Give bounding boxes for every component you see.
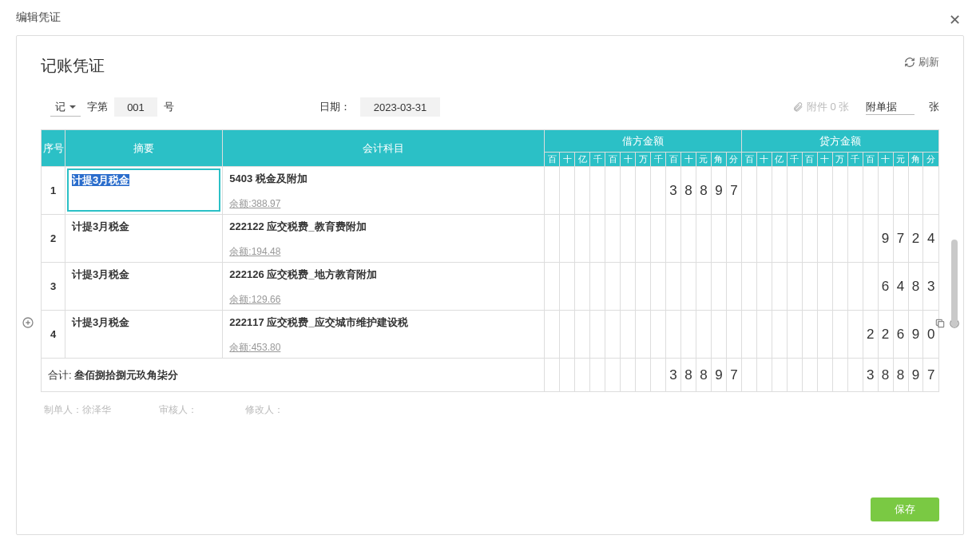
digit-cell[interactable] [742,215,757,263]
digit-cell[interactable] [787,311,802,359]
digit-cell[interactable] [802,167,817,215]
digit-cell[interactable] [832,311,847,359]
digit-cell[interactable] [772,311,787,359]
digit-cell[interactable] [621,167,636,215]
digit-cell[interactable] [605,167,621,215]
digit-cell[interactable]: 9 [908,311,923,359]
digit-cell[interactable] [802,215,817,263]
digit-cell[interactable] [681,311,696,359]
digit-cell[interactable] [757,263,772,311]
digit-cell[interactable]: 6 [878,263,893,311]
digit-cell[interactable] [802,311,817,359]
digit-cell[interactable] [742,263,757,311]
digit-cell[interactable] [545,215,560,263]
digit-cell[interactable] [575,215,590,263]
digit-cell[interactable]: 2 [878,311,893,359]
digit-cell[interactable] [696,311,711,359]
digit-cell[interactable] [787,215,802,263]
digit-cell[interactable] [590,311,605,359]
attachment-link[interactable]: 附件 0 张 [792,100,849,114]
digit-cell[interactable] [726,215,741,263]
digit-cell[interactable] [817,311,832,359]
digit-cell[interactable] [787,167,802,215]
digit-cell[interactable]: 3 [666,167,681,215]
digit-cell[interactable] [560,263,575,311]
account-cell[interactable]: 222126 应交税费_地方教育附加余额:129.66 [223,263,545,311]
digit-cell[interactable] [681,263,696,311]
date-input[interactable]: 2023-03-31 [360,97,440,117]
digit-cell[interactable]: 3 [923,263,939,311]
digit-cell[interactable]: 4 [923,215,939,263]
digit-cell[interactable] [832,263,847,311]
digit-cell[interactable] [863,263,878,311]
digit-cell[interactable] [696,215,711,263]
digit-cell[interactable]: 9 [711,167,726,215]
digit-cell[interactable] [711,263,726,311]
save-button[interactable]: 保存 [871,497,939,521]
digit-cell[interactable] [742,311,757,359]
digit-cell[interactable]: 9 [878,215,893,263]
summary-cell[interactable]: 计提3月税金 [65,311,223,359]
digit-cell[interactable] [636,167,651,215]
digit-cell[interactable] [742,167,757,215]
account-balance[interactable]: 余额:194.48 [229,245,280,259]
digit-cell[interactable] [923,167,939,215]
digit-cell[interactable] [772,263,787,311]
digit-cell[interactable] [590,215,605,263]
digit-cell[interactable] [817,167,832,215]
digit-cell[interactable]: 7 [893,215,908,263]
refresh-button[interactable]: 刷新 [904,55,939,69]
scrollbar-thumb[interactable] [951,240,958,327]
digit-cell[interactable] [590,167,605,215]
account-cell[interactable]: 5403 税金及附加余额:388.97 [223,167,545,215]
digit-cell[interactable] [605,215,621,263]
digit-cell[interactable] [863,215,878,263]
digit-cell[interactable] [696,263,711,311]
digit-cell[interactable] [575,311,590,359]
account-cell[interactable]: 222122 应交税费_教育费附加余额:194.48 [223,215,545,263]
digit-cell[interactable] [636,215,651,263]
digit-cell[interactable] [575,167,590,215]
account-balance[interactable]: 余额:388.97 [229,197,280,211]
summary-cell[interactable]: 计提3月税金 [65,167,223,215]
digit-cell[interactable] [666,215,681,263]
digit-cell[interactable] [666,263,681,311]
digit-cell[interactable] [847,311,863,359]
digit-cell[interactable] [847,167,863,215]
digit-cell[interactable] [636,311,651,359]
digit-cell[interactable] [545,263,560,311]
digit-cell[interactable] [605,263,621,311]
voucher-number-input[interactable]: 001 [114,97,157,117]
copy-row-icon[interactable] [934,318,946,329]
digit-cell[interactable] [545,311,560,359]
digit-cell[interactable] [590,263,605,311]
digit-cell[interactable] [726,311,741,359]
digit-cell[interactable]: 8 [681,167,696,215]
digit-cell[interactable] [560,215,575,263]
summary-cell[interactable]: 计提3月税金 [65,215,223,263]
summary-input[interactable]: 计提3月税金 [67,168,220,212]
digit-cell[interactable] [575,263,590,311]
account-cell[interactable]: 222117 应交税费_应交城市维护建设税余额:453.80 [223,311,545,359]
account-balance[interactable]: 余额:129.66 [229,293,280,307]
digit-cell[interactable] [878,167,893,215]
digit-cell[interactable] [651,311,666,359]
digit-cell[interactable] [726,263,741,311]
digit-cell[interactable] [757,311,772,359]
digit-cell[interactable] [651,263,666,311]
digit-cell[interactable] [817,215,832,263]
digit-cell[interactable] [908,167,923,215]
digit-cell[interactable] [651,167,666,215]
digit-cell[interactable] [802,263,817,311]
digit-cell[interactable] [666,311,681,359]
digit-cell[interactable]: 7 [726,167,741,215]
digit-cell[interactable] [681,215,696,263]
digit-cell[interactable]: 2 [863,311,878,359]
digit-cell[interactable]: 8 [696,167,711,215]
digit-cell[interactable] [787,263,802,311]
digit-cell[interactable]: 2 [908,215,923,263]
digit-cell[interactable] [560,311,575,359]
digit-cell[interactable] [621,215,636,263]
add-row-button[interactable] [22,316,34,329]
digit-cell[interactable] [711,311,726,359]
